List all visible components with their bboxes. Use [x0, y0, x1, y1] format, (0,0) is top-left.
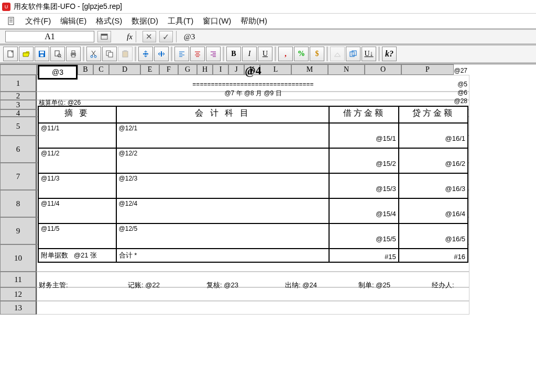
col-header-M[interactable]: M — [291, 64, 328, 75]
col-header-I[interactable]: I — [213, 64, 228, 75]
row-header-6[interactable]: 6 — [0, 136, 37, 163]
toolbar-group2-button[interactable] — [346, 47, 360, 61]
align-right-button[interactable] — [206, 47, 221, 61]
row-height-button[interactable] — [138, 47, 153, 61]
underline-button[interactable]: U — [258, 47, 272, 61]
copy-button[interactable] — [102, 47, 117, 61]
svg-rect-5 — [101, 34, 107, 36]
col-header-J[interactable]: J — [228, 64, 244, 75]
row-header-11[interactable]: 11 — [0, 272, 37, 287]
window-title-bar: U 用友软件集团-UFO - [glpzje5.rep] — [0, 0, 536, 14]
col-header-C[interactable]: C — [93, 64, 109, 75]
open-button[interactable] — [19, 47, 34, 61]
col-header-N[interactable]: N — [328, 64, 365, 75]
svg-rect-15 — [72, 55, 75, 57]
col-header-A[interactable]: A — [37, 64, 78, 75]
cell-ref-button[interactable] — [97, 31, 111, 42]
spreadsheet[interactable]: A B C D E F G H I J K L M N O P 1 2 3 4 … — [0, 64, 536, 315]
row-header-5[interactable]: 5 — [0, 117, 37, 136]
svg-rect-9 — [40, 54, 43, 57]
paste-button[interactable] — [118, 47, 133, 61]
cell-reference[interactable]: A1 — [5, 31, 94, 42]
row-content-6[interactable] — [37, 136, 469, 163]
col-header-H[interactable]: H — [197, 64, 213, 75]
col-header-D[interactable]: D — [109, 64, 140, 75]
col-header-G[interactable]: G — [178, 64, 197, 75]
help-button[interactable]: k? — [382, 47, 397, 61]
toolbar-group1-button[interactable] — [330, 47, 345, 61]
row-content-13[interactable] — [37, 301, 469, 315]
currency-button[interactable]: $ — [310, 47, 324, 61]
accept-formula-button[interactable]: ✓ — [159, 31, 173, 42]
bold-button[interactable]: B — [226, 47, 241, 61]
svg-rect-22 — [123, 51, 128, 57]
col-header-B[interactable]: B — [78, 64, 93, 75]
col-header-P[interactable]: P — [401, 64, 454, 75]
menu-edit[interactable]: 编辑(E) — [60, 16, 86, 26]
menu-file[interactable]: 文件(F) — [25, 16, 51, 26]
svg-rect-21 — [108, 52, 113, 57]
svg-rect-8 — [40, 51, 44, 53]
row-content-2[interactable] — [37, 92, 469, 100]
col-header-L[interactable]: L — [260, 64, 291, 75]
menu-format[interactable]: 格式(S) — [96, 16, 122, 26]
menu-help[interactable]: 帮助(H) — [240, 16, 267, 26]
row-content-4[interactable] — [37, 109, 469, 117]
col-width-button[interactable] — [154, 47, 169, 61]
formula-bar: A1 fx ✕ ✓ @3 — [0, 28, 536, 44]
menu-data[interactable]: 数据(D) — [132, 16, 158, 26]
row-content-12[interactable] — [37, 287, 469, 301]
align-left-button[interactable] — [174, 47, 189, 61]
row-header-7[interactable]: 7 — [0, 163, 37, 190]
row-content-9[interactable] — [37, 217, 469, 244]
svg-rect-23 — [124, 50, 127, 52]
select-all-corner[interactable] — [0, 64, 37, 75]
app-icon: U — [2, 3, 10, 11]
column-headers: A B C D E F G H I J K L M N O P — [0, 64, 536, 75]
row-header-3[interactable]: 3 — [0, 100, 37, 109]
row-header-9[interactable]: 9 — [0, 217, 37, 244]
menu-tool[interactable]: 工具(T) — [168, 16, 193, 26]
svg-line-12 — [60, 57, 61, 58]
col-header-O[interactable]: O — [365, 64, 401, 75]
print-preview-button[interactable] — [50, 47, 65, 61]
row-content-11[interactable] — [37, 272, 469, 287]
svg-rect-0 — [8, 17, 14, 25]
col-header-F[interactable]: F — [159, 64, 178, 75]
save-button[interactable] — [35, 47, 49, 61]
row-content-7[interactable] — [37, 163, 469, 190]
document-icon — [7, 17, 16, 25]
row-header-10[interactable]: 10 — [0, 244, 37, 272]
comma-button[interactable]: , — [278, 47, 293, 61]
row-header-13[interactable]: 13 — [0, 301, 37, 315]
row-content-1[interactable] — [37, 75, 469, 92]
italic-button[interactable]: I — [242, 47, 257, 61]
window-title: 用友软件集团-UFO - [glpzje5.rep] — [14, 2, 122, 12]
toolbar-group3-button[interactable]: U↓ — [362, 47, 376, 61]
menu-bar: 文件(F) 编辑(E) 格式(S) 数据(D) 工具(T) 窗口(W) 帮助(H… — [0, 14, 536, 28]
row-content-5[interactable] — [37, 117, 469, 136]
row-header-1[interactable]: 1 — [0, 75, 37, 92]
fx-label: fx — [127, 32, 133, 41]
align-center-button[interactable] — [190, 47, 205, 61]
cut-button[interactable] — [86, 47, 101, 61]
new-file-button[interactable] — [3, 47, 18, 61]
formula-input[interactable]: @3 — [180, 32, 536, 41]
row-header-2[interactable]: 2 — [0, 92, 37, 100]
percent-button[interactable]: % — [294, 47, 309, 61]
col-header-K[interactable]: K — [244, 64, 260, 75]
row-header-8[interactable]: 8 — [0, 190, 37, 217]
row-content-3[interactable] — [37, 100, 469, 109]
menu-window[interactable]: 窗口(W) — [203, 16, 231, 26]
cancel-formula-button[interactable]: ✕ — [143, 31, 156, 42]
toolbar: B I U , % $ U↓ k? — [0, 44, 536, 64]
svg-rect-14 — [72, 51, 75, 53]
svg-rect-10 — [55, 51, 59, 56]
row-content-10[interactable] — [37, 244, 469, 272]
print-button[interactable] — [66, 47, 81, 61]
col-header-E[interactable]: E — [140, 64, 159, 75]
row-header-4[interactable]: 4 — [0, 109, 37, 117]
row-content-8[interactable] — [37, 190, 469, 217]
row-header-12[interactable]: 12 — [0, 287, 37, 301]
